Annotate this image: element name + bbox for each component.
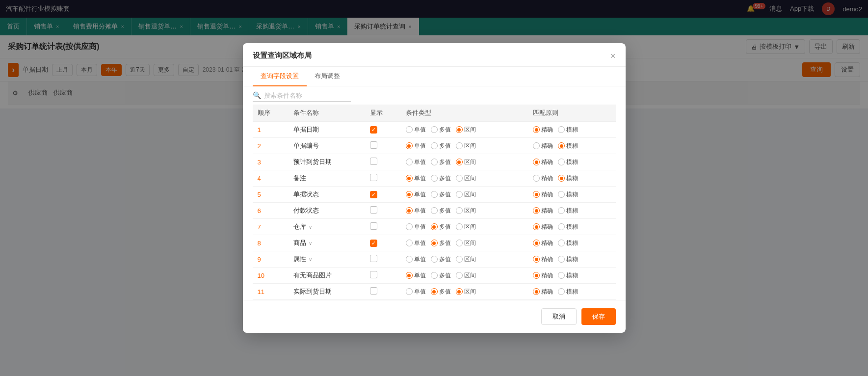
modal-overlay: 设置查询区域布局 × 查询字段设置 布局调整 🔍 顺序 <box>0 0 868 108</box>
search-wrap: 🔍 <box>253 91 351 102</box>
col-header-show: 显示 <box>365 105 401 108</box>
settings-dialog: 设置查询区域布局 × 查询字段设置 布局调整 🔍 顺序 <box>243 43 626 108</box>
tab-query-fields[interactable]: 查询字段设置 <box>253 67 307 86</box>
dialog-table-wrap: 顺序 条件名称 显示 条件类型 匹配原则 1单据日期 单值 多值 <box>253 105 616 108</box>
tab-layout-adjust[interactable]: 布局调整 <box>307 67 348 86</box>
dialog-close-button[interactable]: × <box>610 52 616 60</box>
col-header-order: 顺序 <box>253 105 289 108</box>
dialog-title: 设置查询区域布局 <box>253 51 312 60</box>
search-icon: 🔍 <box>253 91 261 99</box>
search-input[interactable] <box>264 92 342 99</box>
col-header-type: 条件类型 <box>401 105 528 108</box>
col-header-match: 匹配原则 <box>528 105 615 108</box>
dialog-tabs: 查询字段设置 布局调整 <box>243 67 626 86</box>
col-header-name: 条件名称 <box>289 105 365 108</box>
dialog-search-area: 🔍 <box>243 86 626 105</box>
conditions-table: 顺序 条件名称 显示 条件类型 匹配原则 1单据日期 单值 多值 <box>253 105 616 108</box>
dialog-header: 设置查询区域布局 × <box>243 43 626 67</box>
